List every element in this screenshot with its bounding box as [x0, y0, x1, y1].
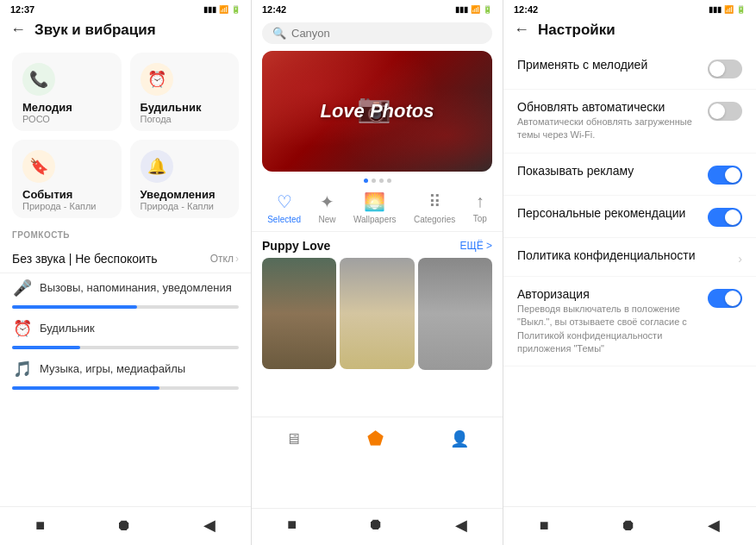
notifications-title: Уведомления	[141, 188, 216, 201]
ads-toggle[interactable]	[708, 166, 742, 185]
dot-4[interactable]	[387, 179, 391, 183]
settings-item-privacy[interactable]: Политика конфиденциальности ›	[503, 238, 756, 277]
categories-icon: ⠿	[428, 191, 441, 212]
bottom-nav-p1: ■ ⏺ ◀	[0, 506, 251, 545]
home-button-p3[interactable]: ■	[529, 513, 559, 538]
signal-icon-p2: ▮▮▮	[455, 5, 468, 14]
dnd-row[interactable]: Без звука | Не беспокоить Откл ›	[0, 245, 251, 273]
tab-new[interactable]: ✦ New	[318, 191, 335, 224]
privacy-item-title: Политика конфиденциальности	[517, 248, 731, 262]
dot-3[interactable]	[379, 179, 384, 183]
melody-toggle[interactable]	[708, 60, 742, 78]
alarm-title: Будильник	[141, 101, 202, 114]
hero-dots	[252, 179, 503, 183]
back-nav-p2[interactable]: ◀	[445, 512, 478, 538]
section-more[interactable]: ЕЩЁ >	[459, 240, 492, 252]
settings-item-melody[interactable]: Применять с мелодией	[503, 47, 756, 90]
card-notifications[interactable]: 🔔 Уведомления Природа - Капли	[130, 140, 240, 218]
melody-sub: РОСО	[22, 114, 50, 124]
dot-2[interactable]	[372, 179, 376, 183]
wallpaper-thumb-1[interactable]	[262, 258, 336, 369]
calls-icon: 🎤	[12, 279, 33, 298]
search-input[interactable]	[291, 27, 482, 40]
settings-item-auth[interactable]: Авторизация Переводя выключатель в полож…	[503, 277, 756, 367]
media-label: Музыка, игры, медиафайлы	[40, 362, 239, 377]
recents-button-p1[interactable]: ⏺	[106, 513, 142, 538]
autoupdate-toggle[interactable]	[708, 102, 742, 121]
recommendations-toggle[interactable]	[708, 208, 742, 227]
calls-slider-track[interactable]	[12, 305, 239, 309]
status-time-p2: 12:42	[262, 4, 286, 15]
status-bar-p3: 12:42 ▮▮▮ 📶 🔋	[503, 0, 756, 17]
nav-bar-p1: ← Звук и вибрация	[0, 17, 251, 44]
settings-panel: 12:42 ▮▮▮ 📶 🔋 ← Настройки Применять с ме…	[503, 0, 756, 545]
back-nav-p3[interactable]: ◀	[697, 512, 730, 538]
dnd-value: Откл ›	[210, 253, 239, 265]
dot-1[interactable]	[364, 179, 368, 183]
tab-categories[interactable]: ⠿ Categories	[414, 191, 455, 224]
melody-item-right	[708, 60, 742, 78]
recents-button-p3[interactable]: ⏺	[610, 513, 647, 538]
settings-list: Применять с мелодией Обновлять автоматич…	[503, 44, 756, 506]
notifications-sub: Природа - Капли	[141, 201, 215, 211]
wallpaper-thumb-3[interactable]	[418, 258, 492, 370]
selected-label: Selected	[267, 215, 301, 224]
status-bar-p2: 12:42 ▮▮▮ 📶 🔋	[252, 0, 503, 17]
privacy-item-text: Политика конфиденциальности	[517, 248, 731, 264]
battery-icon-p2: 🔋	[483, 5, 492, 14]
tab-selected[interactable]: ♡ Selected	[267, 191, 301, 224]
wallpapers-icon: 🌅	[364, 191, 385, 212]
wifi-icon: 📶	[219, 5, 228, 14]
home-tab-p2[interactable]: 🖥	[272, 427, 315, 452]
back-nav-p1[interactable]: ◀	[193, 512, 226, 538]
themes-tab-p2[interactable]: ⬟	[353, 424, 397, 454]
auth-item-title: Авторизация	[517, 287, 701, 301]
volume-section-label: ГРОМКОСТЬ	[0, 230, 251, 245]
card-events[interactable]: 🔖 События Природа - Капли	[12, 140, 122, 218]
card-melody[interactable]: 📞 Мелодия РОСО	[12, 53, 122, 131]
new-label: New	[318, 215, 335, 224]
ads-item-text: Показывать рекламу	[517, 164, 701, 179]
auth-toggle[interactable]	[708, 289, 742, 308]
calls-row: 🎤 Вызовы, напоминания, уведомления	[0, 273, 251, 303]
tab-wallpapers[interactable]: 🌅 Wallpapers	[353, 191, 397, 224]
back-button-p3[interactable]: ←	[514, 21, 529, 39]
auth-item-right	[708, 289, 742, 308]
ads-item-right	[708, 166, 742, 185]
wallpaper-thumb-2[interactable]	[340, 258, 414, 369]
autoupdate-item-right	[708, 102, 742, 121]
tab-top[interactable]: ↑ Top	[473, 191, 487, 224]
events-title: События	[22, 188, 72, 201]
profile-tab-p2[interactable]: 👤	[436, 426, 483, 452]
alarm-icon: ⏰	[141, 63, 173, 96]
dnd-chevron: ›	[235, 253, 239, 265]
settings-item-recommendations[interactable]: Персональные рекомендации	[503, 196, 756, 238]
recents-button-p2[interactable]: ⏺	[358, 512, 394, 537]
calls-label: Вызовы, напоминания, уведомления	[40, 281, 239, 296]
media-slider-track[interactable]	[12, 386, 239, 390]
home-button-p2[interactable]: ■	[277, 512, 307, 537]
home-button-p1[interactable]: ■	[25, 513, 55, 538]
wifi-icon-p2: 📶	[471, 5, 480, 14]
dnd-label: Без звука | Не беспокоить	[12, 252, 158, 266]
melody-icon: 📞	[22, 63, 55, 96]
settings-item-ads[interactable]: Показывать рекламу	[503, 153, 756, 196]
sound-vibration-panel: 12:37 ▮▮▮ 📶 🔋 ← Звук и вибрация 📞 Мелоди…	[0, 0, 252, 545]
recommendations-item-text: Персональные рекомендации	[517, 206, 701, 222]
page-title-p3: Настройки	[538, 22, 615, 39]
wallpapers-panel: 12:42 ▮▮▮ 📶 🔋 🔍 📷 Love Photos ♡ Selected…	[252, 0, 503, 545]
recommendations-item-title: Персональные рекомендации	[517, 206, 701, 220]
back-button-p1[interactable]: ←	[10, 21, 26, 39]
media-slider-fill	[12, 386, 159, 390]
hero-wallpaper[interactable]: 📷 Love Photos	[262, 51, 492, 172]
wallpaper-grid	[252, 258, 503, 370]
battery-icon-p3: 🔋	[736, 5, 746, 14]
card-alarm[interactable]: ⏰ Будильник Погода	[130, 53, 240, 131]
status-icons-p3: ▮▮▮ 📶 🔋	[709, 5, 746, 14]
puppy-section-header: Puppy Love ЕЩЁ >	[252, 232, 503, 258]
settings-item-autoupdate[interactable]: Обновлять автоматически Автоматически об…	[503, 90, 756, 153]
autoupdate-item-text: Обновлять автоматически Автоматически об…	[517, 100, 701, 142]
alarm-slider-track[interactable]	[12, 346, 239, 349]
alarm-row: ⏰ Будильник	[0, 314, 251, 343]
melody-item-text: Применять с мелодией	[517, 58, 701, 73]
